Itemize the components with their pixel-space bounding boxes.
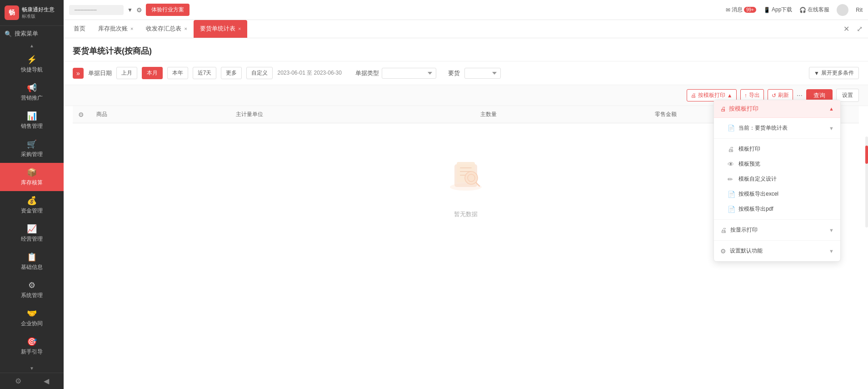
print-dropdown-header-icon: 🖨 <box>720 106 726 112</box>
tab-receive-summary[interactable]: 收发存汇总表 × <box>140 20 193 38</box>
sidebar-item-sales[interactable]: 📊 销售管理 <box>0 106 64 135</box>
expand-more-icon: ▼ <box>814 70 819 76</box>
online-service-btn[interactable]: 🎧 在线客服 <box>799 6 829 14</box>
tab-close-all-btn[interactable]: ✕ <box>842 25 851 33</box>
expand-more-btn[interactable]: ▼ 展开更多条件 <box>809 67 859 79</box>
sidebar-item-basic[interactable]: 📋 基础信息 <box>0 248 64 276</box>
sidebar-logo: 畅 畅康通好生意 标准版 <box>0 0 64 26</box>
dropdown-current-template[interactable]: 📄 当前：要货单统计表 ▼ <box>714 121 840 136</box>
print-dropdown-chevron: ▲ <box>829 106 834 111</box>
topbar-search-box: ━━━━━━━ <box>69 5 124 15</box>
dropdown-section-default: ⚙ 设置默认功能 ▼ <box>714 241 840 261</box>
sidebar-item-guide[interactable]: 🎯 新手引导 <box>0 332 64 360</box>
app-logo-icon: 畅 <box>5 5 19 20</box>
topbar-gear-icon[interactable]: ⚙ <box>136 6 142 14</box>
tab-receive-summary-close[interactable]: × <box>184 26 187 31</box>
right-scrollbar-thumb <box>865 146 868 164</box>
dropdown-template-preview[interactable]: 👁 模板预览 <box>714 157 840 172</box>
dropdown-template-print[interactable]: 🖨 模板打印 <box>714 141 840 157</box>
dropdown-display-print[interactable]: 🖨 按显示打印 ▼ <box>714 222 840 237</box>
date-range-display: 2023-06-01 至 2023-06-30 <box>277 69 341 77</box>
type-filter-select[interactable] <box>382 68 436 79</box>
print-dropdown: 🖨 按模板打印 ▲ 📄 当前：要货单统计表 ▼ 🖨 模板打印 <box>713 100 841 262</box>
date-btn-7days[interactable]: 近7天 <box>193 67 217 79</box>
sidebar-item-finance[interactable]: 💰 资金管理 <box>0 191 64 219</box>
date-btn-this-month[interactable]: 本月 <box>142 67 163 79</box>
app-download-btn[interactable]: 📱 App下载 <box>763 6 792 14</box>
experience-btn[interactable]: 体验行业方案 <box>146 4 190 16</box>
date-filter-label: 单据日期 <box>88 69 112 77</box>
template-pdf-icon: 📄 <box>728 206 735 213</box>
sidebar-item-system[interactable]: ⚙ 系统管理 <box>0 276 64 304</box>
collapse-sidebar-btn[interactable]: ◀ <box>44 377 49 385</box>
message-badge: 99+ <box>744 7 756 13</box>
tab-order-stats-label: 要货单统计表 <box>200 25 235 33</box>
app-name: 畅康通好生意 标准版 <box>22 6 55 20</box>
date-btn-more[interactable]: 更多 <box>221 67 242 79</box>
app-icon: 📱 <box>763 7 770 13</box>
dropdown-section-display: 🖨 按显示打印 ▼ <box>714 220 840 241</box>
settings-bottom-btn[interactable]: ⚙ <box>15 377 21 385</box>
filter-bar: » 单据日期 上月 本月 本年 近7天 更多 自定义 2023-06-01 至 … <box>64 61 868 85</box>
sidebar-item-marketing[interactable]: 📢 营销推广 <box>0 78 64 106</box>
sidebar-item-operations[interactable]: 📈 经营管理 <box>0 219 64 248</box>
tab-expand-btn[interactable]: ⤢ <box>855 25 864 33</box>
sidebar-item-quick-nav[interactable]: ⚡ 快捷导航 <box>0 50 64 78</box>
tab-order-stats[interactable]: 要货单统计表 × <box>194 20 247 38</box>
dropdown-template-custom[interactable]: ✏ 模板自定义设计 <box>714 172 840 187</box>
dropdown-default-func[interactable]: ⚙ 设置默认功能 ▼ <box>714 243 840 258</box>
template-excel-icon: 📄 <box>728 191 735 198</box>
sidebar: 畅 畅康通好生意 标准版 🔍 搜索菜单 ▲ ⚡ 快捷导航 📢 营销推广 📊 销售… <box>0 0 64 389</box>
operations-icon: 📈 <box>27 224 37 234</box>
tab-order-stats-close[interactable]: × <box>238 26 241 31</box>
order-filter-select[interactable] <box>464 68 501 79</box>
default-func-icon: ⚙ <box>720 248 726 255</box>
basic-icon: 📋 <box>27 252 37 262</box>
finance-icon: 💰 <box>27 196 37 206</box>
right-scrollbar <box>865 136 868 227</box>
tab-home-label: 首页 <box>74 25 85 33</box>
sidebar-item-purchase[interactable]: 🛒 采购管理 <box>0 135 64 163</box>
sidebar-item-collab[interactable]: 🤝 企业协同 <box>0 304 64 332</box>
dropdown-template-excel[interactable]: 📄 按模板导出excel <box>714 187 840 202</box>
tab-batch-account[interactable]: 库存批次账 × <box>92 20 140 38</box>
sidebar-item-inventory[interactable]: 📦 库存核算 <box>0 163 64 191</box>
marketing-icon: 📢 <box>27 83 37 93</box>
date-btn-last-month[interactable]: 上月 <box>116 67 137 79</box>
template-print-icon: 🖨 <box>728 146 735 153</box>
sidebar-search[interactable]: 🔍 搜索菜单 <box>0 26 64 41</box>
order-filter-label: 要货 <box>448 69 460 77</box>
svg-point-6 <box>465 172 478 184</box>
message-btn[interactable]: ✉ 消息 99+ <box>726 6 756 14</box>
tab-batch-account-close[interactable]: × <box>130 26 133 31</box>
main-area: ━━━━━━━ ▼ ⚙ 体验行业方案 ✉ 消息 99+ 📱 App下载 🎧 在线… <box>64 0 868 389</box>
topbar-dropdown-arrow[interactable]: ▼ <box>127 7 133 13</box>
dropdown-section-items: 🖨 模板打印 👁 模板预览 ✏ 模板自定义设计 📄 按模板导出excel 📄 <box>714 139 840 220</box>
filter-expand-btn[interactable]: » <box>73 68 84 79</box>
current-icon: 📄 <box>728 125 735 131</box>
username-label[interactable]: Rit <box>856 7 863 13</box>
tabbar: 首页 库存批次账 × 收发存汇总表 × 要货单统计表 × ✕ ⤢ <box>64 20 868 38</box>
sidebar-scroll-down[interactable]: ▼ <box>0 364 64 373</box>
table-setting-icon[interactable]: ⚙ <box>78 111 84 118</box>
display-print-icon: 🖨 <box>720 227 727 234</box>
user-avatar[interactable] <box>837 4 848 16</box>
date-btn-custom[interactable]: 自定义 <box>246 67 273 79</box>
col-product: 商品 <box>91 106 230 123</box>
date-btn-this-year[interactable]: 本年 <box>167 67 188 79</box>
print-dropdown-header[interactable]: 🖨 按模板打印 ▲ <box>714 100 840 118</box>
sidebar-item-apps[interactable]: 🔲 应用中心 <box>0 360 64 364</box>
sidebar-scroll-up[interactable]: ▲ <box>0 41 64 50</box>
sidebar-nav: ⚡ 快捷导航 📢 营销推广 📊 销售管理 🛒 采购管理 📦 库存核算 💰 资金管… <box>0 50 64 364</box>
current-chevron: ▼ <box>829 126 834 131</box>
search-icon: 🔍 <box>5 30 12 37</box>
print-icon: 🖨 <box>691 92 696 99</box>
empty-text: 暂无数据 <box>454 210 478 218</box>
tab-home[interactable]: 首页 <box>67 20 92 38</box>
toolbar-dots[interactable]: ··· <box>797 91 803 100</box>
dropdown-section-current: 📄 当前：要货单统计表 ▼ <box>714 118 840 139</box>
tab-receive-summary-label: 收发存汇总表 <box>146 25 181 33</box>
type-filter-wrap: 单据类型 <box>355 68 436 79</box>
system-icon: ⚙ <box>28 280 35 290</box>
dropdown-template-pdf[interactable]: 📄 按模板导出pdf <box>714 202 840 217</box>
